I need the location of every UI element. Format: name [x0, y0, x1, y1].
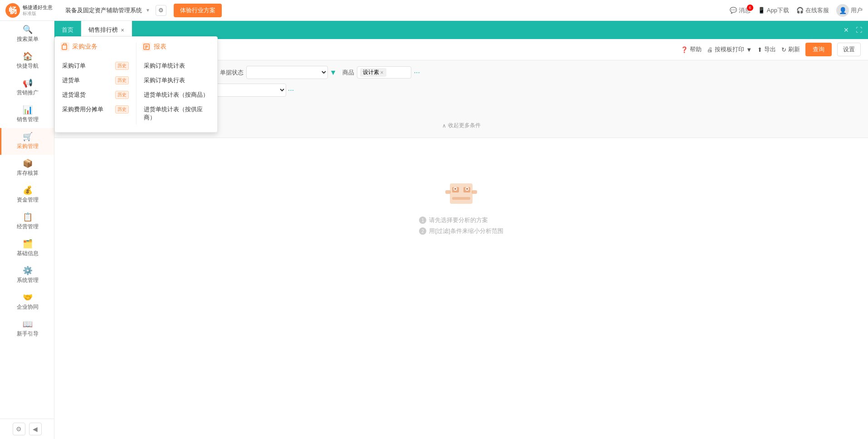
purchase-order-item[interactable]: 采购订单 历史 — [60, 59, 131, 73]
report-header-icon — [142, 42, 151, 51]
sidebar-settings-btn[interactable]: ⚙ — [13, 423, 25, 435]
report-title: 报表 — [154, 43, 166, 51]
voucher-status-select[interactable] — [246, 66, 328, 79]
tab-bar-right: ✕ ⛶ — [841, 25, 868, 35]
operation-icon: 📋 — [23, 213, 33, 221]
goods-tag-close-icon[interactable]: × — [380, 69, 384, 76]
tab-close-all-btn[interactable]: ✕ — [841, 25, 852, 35]
svg-point-8 — [454, 188, 456, 190]
finance-icon: 💰 — [23, 186, 33, 194]
empty-text: 1 请先选择要分析的方案 2 用[过滤]条件来缩小分析范围 — [419, 216, 503, 235]
voucher-status-filter: 单据状态 ▼ — [220, 66, 337, 79]
goods-tag-input[interactable]: 设计素 × — [357, 66, 411, 79]
system-icon: ⚙️ — [23, 266, 33, 275]
basicinfo-icon: 🗂️ — [23, 240, 33, 248]
sidebar-item-purchase[interactable]: 🛒 采购管理 — [0, 128, 54, 155]
sidebar-item-search[interactable]: 🔍 搜索菜单 — [0, 21, 54, 48]
history-badge-3: 历史 — [115, 105, 129, 113]
phone-icon: 📱 — [758, 7, 765, 14]
search-icon: 🔍 — [23, 25, 33, 34]
print-dropdown-icon[interactable]: ▼ — [746, 46, 752, 53]
logo-text: 畅捷通好生意 标准版 — [23, 4, 53, 16]
help-btn[interactable]: ❓ 帮助 — [681, 45, 702, 54]
sidebar-item-inventory[interactable]: 📦 库存核算 — [0, 155, 54, 182]
tab-close-icon[interactable]: ✕ — [121, 28, 124, 33]
sidebar-item-sales[interactable]: 📊 销售管理 — [0, 101, 54, 128]
step-2: 2 — [419, 227, 426, 235]
newbie-icon: 📖 — [23, 320, 33, 328]
industry-btn[interactable]: 体验行业方案 — [174, 4, 222, 17]
purchase-dropdown-menu: 采购业务 采购订单 历史 进货单 历史 进货退货 历史 采购费用分摊单 历史 — [54, 36, 218, 133]
purchase-order-exec-item[interactable]: 采购订单执行表 — [142, 73, 212, 88]
goods-return-item[interactable]: 进货退货 历史 — [60, 88, 131, 102]
sidebar-item-finance[interactable]: 💰 资金管理 — [0, 182, 54, 208]
empty-tip-2: 2 用[过滤]条件来缩小分析范围 — [419, 227, 503, 235]
svg-rect-0 — [450, 183, 473, 204]
message-btn[interactable]: 💬 消息 6 — [730, 6, 751, 15]
top-header: 畅 畅捷通好生意 标准版 装备及固定资产辅助管理系统 ▼ ⚙ 体验行业方案 💬 … — [0, 0, 868, 21]
svg-rect-4 — [472, 190, 477, 194]
goods-more-btn[interactable]: ··· — [414, 69, 420, 77]
tab-maximize-btn[interactable]: ⛶ — [853, 25, 864, 35]
sidebar-item-quicknav[interactable]: 🏠 快捷导航 — [0, 48, 54, 74]
history-badge-1: 历史 — [115, 76, 129, 84]
export-icon: ⬆ — [757, 46, 762, 53]
purchase-expense-item[interactable]: 采购费用分摊单 历史 — [60, 102, 131, 117]
salesperson-more-btn[interactable]: ··· — [288, 86, 294, 94]
print-icon: 🖨 — [707, 46, 713, 53]
sidebar-item-basicinfo[interactable]: 🗂️ 基础信息 — [0, 235, 54, 262]
goods-tag: 设计素 × — [360, 68, 386, 77]
step-1: 1 — [419, 217, 426, 224]
system-settings-icon[interactable]: ⚙ — [156, 5, 166, 16]
export-btn[interactable]: ⬆ 导出 — [757, 45, 776, 54]
inventory-icon: 📦 — [23, 159, 33, 168]
sidebar-item-cooperation[interactable]: 🤝 企业协同 — [0, 289, 54, 316]
header-right: 💬 消息 6 📱 App下载 🎧 在线客服 👤 用户 — [730, 4, 863, 17]
sidebar-item-operation[interactable]: 📋 经营管理 — [0, 208, 54, 235]
purchase-order-stat-item[interactable]: 采购订单统计表 — [142, 59, 212, 73]
message-badge: 6 — [747, 5, 753, 11]
refresh-icon: ↻ — [781, 46, 786, 53]
report-header: 报表 — [142, 42, 212, 56]
system-title: 装备及固定资产辅助管理系统 — [65, 6, 142, 15]
logo-icon: 畅 — [5, 3, 20, 18]
print-template-btn[interactable]: 🖨 按模板打印 ▼ — [707, 45, 752, 54]
svg-point-9 — [466, 188, 468, 190]
logo-area: 畅 畅捷通好生意 标准版 — [5, 3, 60, 18]
purchase-business-header: 采购业务 — [60, 42, 131, 56]
app-download-btn[interactable]: 📱 App下载 — [758, 6, 789, 15]
empty-illustration — [439, 174, 484, 211]
system-title-area: 装备及固定资产辅助管理系统 ▼ ⚙ 体验行业方案 — [60, 4, 730, 17]
sidebar-item-system[interactable]: ⚙️ 系统管理 — [0, 262, 54, 289]
goods-stat-by-goods-item[interactable]: 进货单统计表（按商品） — [142, 88, 212, 102]
svg-rect-5 — [452, 197, 470, 200]
collapse-up-icon: ∧ — [442, 123, 446, 129]
user-btn[interactable]: 👤 用户 — [836, 4, 863, 17]
voucher-status-more[interactable]: ▼ — [330, 69, 337, 77]
goods-receipt-item[interactable]: 进货单 历史 — [60, 73, 131, 88]
refresh-btn[interactable]: ↻ 刷新 — [781, 45, 800, 54]
sidebar-item-newbie[interactable]: 📖 新手引导 — [0, 316, 54, 342]
report-col: 报表 采购订单统计表 采购订单执行表 进货单统计表（按商品） 进货单统计表（按供… — [136, 42, 218, 125]
history-badge-2: 历史 — [115, 91, 129, 99]
sidebar-collapse-btn[interactable]: ◀ — [29, 423, 42, 435]
query-btn[interactable]: 查询 — [805, 43, 832, 56]
settings-btn[interactable]: 设置 — [837, 43, 861, 56]
avatar: 👤 — [836, 4, 849, 17]
sales-icon: 📊 — [23, 106, 33, 114]
system-title-dropdown[interactable]: ▼ — [146, 8, 150, 13]
sidebar-item-marketing[interactable]: 📢 营销推广 — [0, 74, 54, 101]
marketing-icon: 📢 — [23, 79, 33, 87]
empty-tip-1: 1 请先选择要分析的方案 — [419, 216, 503, 224]
cooperation-icon: 🤝 — [23, 293, 33, 301]
goods-label: 商品 — [342, 69, 354, 77]
goods-stat-by-supplier-item[interactable]: 进货单统计表（按供应商） — [142, 102, 212, 125]
online-service-btn[interactable]: 🎧 在线客服 — [796, 6, 829, 15]
svg-rect-10 — [62, 45, 67, 49]
purchase-icon: 🛒 — [23, 133, 33, 141]
sidebar: 🔍 搜索菜单 🏠 快捷导航 📢 营销推广 📊 销售管理 🛒 采购管理 📦 库存核… — [0, 21, 54, 439]
voucher-status-label: 单据状态 — [220, 69, 244, 77]
purchase-business-title: 采购业务 — [72, 43, 98, 51]
headset-icon: 🎧 — [796, 7, 804, 14]
history-badge-0: 历史 — [115, 62, 129, 70]
